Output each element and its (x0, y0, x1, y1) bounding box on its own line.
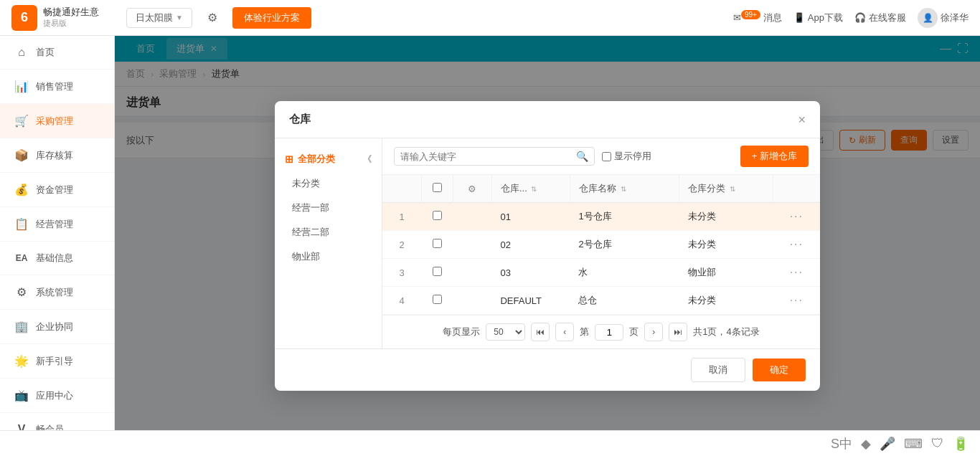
logo-sub: 捷易版 (43, 18, 99, 29)
app-download-label: App下载 (808, 11, 843, 24)
cell-actions-3[interactable]: ··· (773, 287, 820, 315)
cell-code-2: 03 (491, 259, 570, 287)
sidebar-item-apps[interactable]: 📺 应用中心 (0, 379, 114, 413)
page-number-input[interactable] (595, 324, 623, 341)
branch-selector[interactable]: 日太阳膜 ▼ (126, 8, 192, 28)
select-all-checkbox[interactable] (433, 183, 442, 192)
sidebar-item-inventory[interactable]: 📦 库存核算 (0, 138, 114, 173)
row-actions-icon[interactable]: ··· (790, 238, 804, 250)
cell-settings-0 (453, 203, 491, 231)
category-item-property[interactable]: 物业部 (275, 244, 382, 269)
cell-category-3: 未分类 (679, 287, 773, 315)
sidebar: ⌂ 首页 📊 销售管理 🛒 采购管理 📦 库存核算 💰 资金管理 📋 经营管理 … (0, 36, 115, 456)
table-row[interactable]: 2 02 2号仓库 未分类 ··· (382, 231, 820, 259)
page-first-button[interactable]: ⏮ (531, 323, 550, 341)
total-info: 共1页，4条记录 (693, 326, 759, 338)
sidebar-item-system[interactable]: ⚙ 系统管理 (0, 275, 114, 310)
show-disabled-checkbox[interactable] (602, 152, 611, 161)
content-area: 首页 进货单 ✕ — ⛶ 首页 › 采购管理 › 进货单 进货单 按以下 (115, 36, 980, 456)
cell-check-0[interactable] (421, 203, 453, 231)
cell-check-3[interactable] (421, 287, 453, 315)
sidebar-item-sales[interactable]: 📊 销售管理 (0, 70, 114, 104)
sidebar-item-label: 采购管理 (36, 115, 73, 128)
page-unit: 页 (629, 326, 639, 338)
row-actions-icon[interactable]: ··· (790, 266, 804, 278)
trial-button[interactable]: 体验行业方案 (232, 7, 311, 29)
cell-settings-3 (453, 287, 491, 315)
show-disabled-label: 显示停用 (614, 150, 651, 163)
search-box: 🔍 (394, 147, 595, 166)
gear-icon[interactable]: ⚙ (201, 6, 224, 29)
category-item-uncategorized[interactable]: 未分类 (275, 171, 382, 196)
table-row[interactable]: 1 01 1号仓库 未分类 ··· (382, 203, 820, 231)
logo-area: 6 畅捷通好生意 捷易版 (11, 5, 126, 31)
cell-code-3: DEFAULT (491, 287, 570, 315)
search-input[interactable] (400, 151, 572, 162)
col-header-num (382, 175, 421, 203)
collapse-icon[interactable]: 《 (363, 153, 372, 166)
col-header-code[interactable]: 仓库... ⇅ (491, 175, 570, 203)
sort-icon-name: ⇅ (621, 185, 626, 193)
sidebar-item-purchase[interactable]: 🛒 采购管理 (0, 104, 114, 138)
ime-icon[interactable]: S中 (831, 435, 852, 452)
sidebar-item-guide[interactable]: 🌟 新手引导 (0, 344, 114, 379)
username-label: 徐泽华 (941, 11, 969, 24)
header-right: ✉ 99+ 消息 📱 App下载 🎧 在线客服 👤 徐泽华 (733, 8, 969, 28)
money-icon: 💰 (14, 183, 29, 196)
notifications-item[interactable]: ✉ 99+ 消息 (733, 11, 782, 24)
page-next-button[interactable]: › (644, 323, 663, 341)
network-icon: ◆ (861, 436, 871, 452)
sidebar-item-basic-info[interactable]: EA 基础信息 (0, 242, 114, 275)
apps-icon: 📺 (14, 389, 29, 402)
table-toolbar: 🔍 显示停用 + 新增仓库 (382, 138, 820, 175)
col-header-check (421, 175, 453, 203)
online-service-label: 在线客服 (869, 11, 906, 24)
col-header-name[interactable]: 仓库名称 ⇅ (570, 175, 679, 203)
confirm-button[interactable]: 确定 (753, 358, 806, 381)
col-header-category[interactable]: 仓库分类 ⇅ (679, 175, 773, 203)
keyboard-icon[interactable]: ⌨ (904, 436, 923, 452)
all-category-header[interactable]: ⊞ 全部分类 《 (275, 147, 382, 171)
sidebar-item-home[interactable]: ⌂ 首页 (0, 36, 114, 70)
add-warehouse-button[interactable]: + 新增仓库 (740, 146, 809, 167)
show-disabled-checkbox-area: 显示停用 (602, 150, 651, 163)
sidebar-item-finance[interactable]: 💰 资金管理 (0, 173, 114, 207)
chart-icon: 📊 (14, 80, 29, 93)
row-actions-icon[interactable]: ··· (790, 210, 804, 222)
category-item-ops1[interactable]: 经营一部 (275, 196, 382, 220)
table-row[interactable]: 3 03 水 物业部 ··· (382, 259, 820, 287)
all-category-label: 全部分类 (298, 153, 335, 166)
cancel-button[interactable]: 取消 (691, 358, 745, 382)
cell-check-2[interactable] (421, 259, 453, 287)
table-header-row: ⚙ 仓库... ⇅ 仓库名称 ⇅ (382, 175, 820, 203)
page-last-button[interactable]: ⏭ (669, 323, 687, 341)
cell-actions-1[interactable]: ··· (773, 231, 820, 259)
modal-body: ⊞ 全部分类 《 未分类 经营一部 经营二部 (275, 138, 820, 348)
cell-name-2: 水 (570, 259, 679, 287)
sidebar-item-operations[interactable]: 📋 经营管理 (0, 207, 114, 242)
user-avatar-area[interactable]: 👤 徐泽华 (918, 8, 969, 28)
modal-title: 仓库 (289, 113, 311, 126)
modal-close-button[interactable]: × (798, 113, 806, 126)
online-service-item[interactable]: 🎧 在线客服 (854, 11, 906, 24)
app-download-item[interactable]: 📱 App下载 (793, 11, 843, 24)
grid-icon: ⊞ (285, 153, 293, 165)
cell-actions-0[interactable]: ··· (773, 203, 820, 231)
sidebar-item-label: 企业协同 (36, 320, 73, 333)
sidebar-item-label: 经营管理 (36, 218, 73, 231)
modal-footer: 取消 确定 (275, 348, 820, 391)
header-middle: 日太阳膜 ▼ ⚙ 体验行业方案 (126, 6, 733, 29)
cell-num-0: 1 (382, 203, 421, 231)
sidebar-item-label: 应用中心 (36, 389, 73, 402)
table-row[interactable]: 4 DEFAULT 总仓 未分类 ··· (382, 287, 820, 315)
branch-name: 日太阳膜 (136, 11, 173, 24)
logo-text: 畅捷通好生意 (43, 6, 99, 19)
category-item-ops2[interactable]: 经营二部 (275, 220, 382, 244)
mic-icon[interactable]: 🎤 (880, 436, 895, 452)
cell-actions-2[interactable]: ··· (773, 259, 820, 287)
cell-check-1[interactable] (421, 231, 453, 259)
sidebar-item-enterprise[interactable]: 🏢 企业协同 (0, 310, 114, 344)
per-page-select[interactable]: 50 20 100 (486, 323, 525, 341)
row-actions-icon[interactable]: ··· (790, 294, 804, 306)
page-prev-button[interactable]: ‹ (555, 323, 574, 341)
